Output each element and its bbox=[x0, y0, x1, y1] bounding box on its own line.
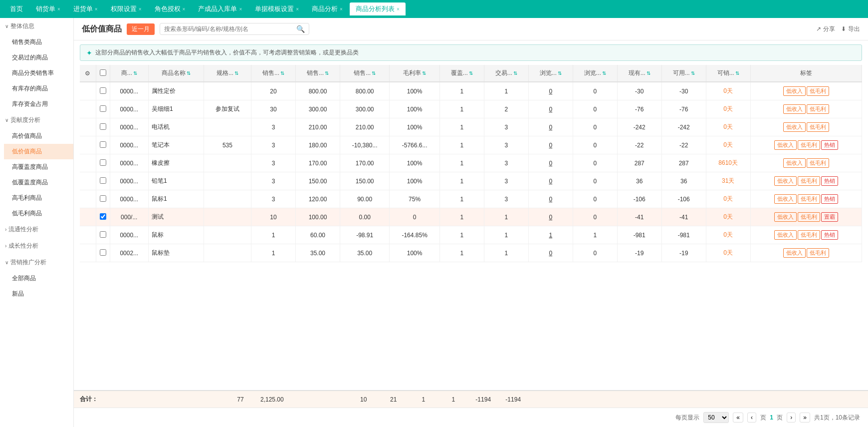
row-browse1[interactable]: 0 bbox=[528, 172, 573, 190]
sidebar-section-marketing[interactable]: ∨ 营销推广分析 bbox=[0, 254, 73, 271]
select-all-checkbox[interactable] bbox=[100, 69, 106, 76]
row-checkbox[interactable] bbox=[96, 154, 110, 172]
row-browse1[interactable]: 0 bbox=[528, 100, 573, 118]
share-button[interactable]: ↗ 分享 bbox=[816, 25, 835, 33]
nav-home[interactable]: 首页 bbox=[4, 2, 29, 15]
col-current[interactable]: 现有...⇅ bbox=[617, 65, 661, 82]
sidebar-item-high-value[interactable]: 高价值商品 bbox=[4, 128, 73, 144]
row-browse1[interactable]: 0 bbox=[528, 190, 573, 208]
browse-link[interactable]: 0 bbox=[549, 160, 552, 167]
next-page-button[interactable]: › bbox=[787, 413, 796, 423]
col-sellable[interactable]: 可销...⇅ bbox=[706, 65, 750, 82]
row-select-checkbox[interactable] bbox=[100, 195, 106, 202]
nav-permission[interactable]: 权限设置 × bbox=[105, 2, 148, 15]
col-qty[interactable]: 销售...⇅ bbox=[251, 65, 296, 82]
browse-link[interactable]: 0 bbox=[549, 106, 552, 113]
sidebar-item-high-coverage[interactable]: 高覆盖度商品 bbox=[4, 159, 73, 175]
browse-link[interactable]: 0 bbox=[549, 142, 552, 149]
prev-page-button[interactable]: ‹ bbox=[747, 413, 756, 423]
col-spec[interactable]: 规格...⇅ bbox=[204, 65, 251, 82]
sidebar-item-low-coverage[interactable]: 低覆盖度商品 bbox=[4, 175, 73, 190]
sidebar-section-growth[interactable]: › 成长性分析 bbox=[0, 238, 73, 254]
row-select-checkbox[interactable] bbox=[100, 141, 106, 148]
last-page-button[interactable]: » bbox=[800, 413, 810, 423]
sidebar-item-new-products[interactable]: 新品 bbox=[4, 286, 73, 302]
nav-product-analysis[interactable]: 商品分析 × bbox=[306, 2, 349, 15]
close-icon[interactable]: × bbox=[95, 6, 98, 12]
row-checkbox[interactable] bbox=[96, 172, 110, 190]
settings-col-header[interactable]: ⚙ bbox=[80, 65, 96, 82]
browse-link[interactable]: 0 bbox=[549, 250, 552, 257]
row-browse1[interactable]: 0 bbox=[528, 136, 573, 154]
row-select-checkbox[interactable] bbox=[100, 213, 106, 220]
per-page-select[interactable]: 50 20 100 bbox=[703, 412, 729, 423]
close-icon[interactable]: × bbox=[340, 6, 343, 12]
nav-sales-order[interactable]: 销货单 × bbox=[30, 2, 66, 15]
browse-link[interactable]: 0 bbox=[549, 88, 552, 95]
sidebar-item-high-margin[interactable]: 高毛利商品 bbox=[4, 190, 73, 206]
nav-role-auth[interactable]: 角色授权 × bbox=[149, 2, 192, 15]
col-browse1[interactable]: 浏览...⇅ bbox=[528, 65, 573, 82]
col-available[interactable]: 可用...⇅ bbox=[661, 65, 706, 82]
row-checkbox[interactable] bbox=[96, 244, 110, 262]
search-input[interactable] bbox=[164, 25, 294, 32]
sidebar-item-inventory-capital[interactable]: 库存资金占用 bbox=[4, 96, 73, 112]
sidebar-item-low-margin[interactable]: 低毛利商品 bbox=[4, 206, 73, 221]
close-icon[interactable]: × bbox=[296, 6, 299, 12]
row-select-checkbox[interactable] bbox=[100, 177, 106, 184]
sidebar-item-all-products[interactable]: 全部商品 bbox=[4, 271, 73, 286]
row-checkbox[interactable] bbox=[96, 226, 110, 244]
search-icon[interactable]: 🔍 bbox=[296, 25, 305, 33]
sidebar-item-traded-products[interactable]: 交易过的商品 bbox=[4, 50, 73, 65]
row-select-checkbox[interactable] bbox=[100, 123, 106, 130]
row-select-checkbox[interactable] bbox=[100, 231, 106, 238]
row-select-checkbox[interactable] bbox=[100, 249, 106, 256]
row-select-checkbox[interactable] bbox=[100, 105, 106, 112]
row-browse1[interactable]: 0 bbox=[528, 208, 573, 226]
col-browse2[interactable]: 浏览...⇅ bbox=[573, 65, 617, 82]
col-coverage[interactable]: 覆盖...⇅ bbox=[439, 65, 484, 82]
sidebar-item-stock-products[interactable]: 有库存的商品 bbox=[4, 81, 73, 96]
checkbox-col-header[interactable] bbox=[96, 65, 110, 82]
sidebar-item-low-value[interactable]: 低价值商品 bbox=[4, 144, 73, 159]
close-icon[interactable]: × bbox=[183, 6, 186, 12]
col-code[interactable]: 商...⇅ bbox=[110, 65, 149, 82]
browse-link[interactable]: 1 bbox=[549, 232, 552, 239]
browse-link[interactable]: 0 bbox=[549, 178, 552, 185]
col-gross[interactable]: 毛利率⇅ bbox=[390, 65, 439, 82]
browse-link[interactable]: 0 bbox=[549, 196, 552, 203]
row-checkbox[interactable] bbox=[96, 208, 110, 226]
col-sales2[interactable]: 销售...⇅ bbox=[340, 65, 389, 82]
export-button[interactable]: ⬇ 导出 bbox=[841, 25, 860, 33]
nav-product-storage[interactable]: 产成品入库单 × bbox=[192, 2, 248, 15]
sidebar-item-sales-products[interactable]: 销售类商品 bbox=[4, 34, 73, 50]
sidebar-section-circulation[interactable]: › 流通性分析 bbox=[0, 221, 73, 238]
close-icon[interactable]: × bbox=[239, 6, 242, 12]
sidebar-section-overall[interactable]: ∨ 整体信息 bbox=[0, 18, 73, 34]
close-icon[interactable]: × bbox=[139, 6, 142, 12]
row-browse1[interactable]: 0 bbox=[528, 244, 573, 262]
row-browse1[interactable]: 0 bbox=[528, 82, 573, 100]
filter-period-button[interactable]: 近一月 bbox=[127, 23, 155, 35]
col-sales1[interactable]: 销售...⇅ bbox=[296, 65, 340, 82]
close-icon[interactable]: × bbox=[57, 6, 60, 12]
row-select-checkbox[interactable] bbox=[100, 159, 106, 166]
nav-template-settings[interactable]: 单据模板设置 × bbox=[249, 2, 305, 15]
nav-product-analysis-list[interactable]: 商品分析列表 × bbox=[350, 2, 406, 15]
first-page-button[interactable]: « bbox=[733, 413, 743, 423]
row-browse1[interactable]: 0 bbox=[528, 118, 573, 136]
row-checkbox[interactable] bbox=[96, 118, 110, 136]
row-checkbox[interactable] bbox=[96, 190, 110, 208]
col-trade[interactable]: 交易...⇅ bbox=[484, 65, 528, 82]
row-browse1[interactable]: 0 bbox=[528, 154, 573, 172]
browse-link[interactable]: 0 bbox=[549, 124, 552, 131]
sidebar-section-contribution[interactable]: ∨ 贡献度分析 bbox=[0, 112, 73, 128]
row-checkbox[interactable] bbox=[96, 82, 110, 100]
nav-purchase-order[interactable]: 进货单 × bbox=[67, 2, 104, 15]
sidebar-item-category-sales[interactable]: 商品分类销售率 bbox=[4, 65, 73, 81]
row-checkbox[interactable] bbox=[96, 100, 110, 118]
close-icon[interactable]: × bbox=[397, 6, 400, 12]
col-name[interactable]: 商品名称⇅ bbox=[149, 65, 204, 82]
browse-link[interactable]: 0 bbox=[549, 214, 552, 221]
row-select-checkbox[interactable] bbox=[100, 87, 106, 94]
